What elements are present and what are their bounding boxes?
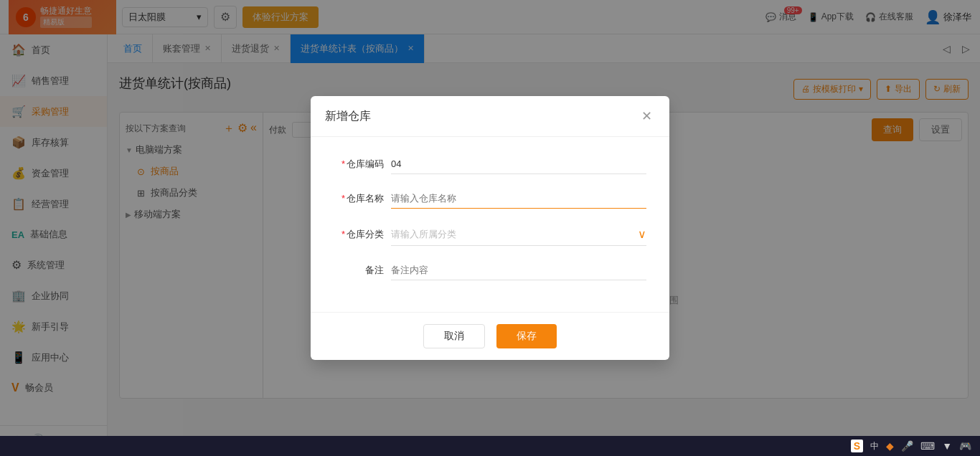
category-dropdown-icon: ∨ bbox=[638, 227, 646, 241]
modal-footer: 取消 保存 bbox=[311, 312, 669, 360]
statusbar-dot: ◆ bbox=[886, 440, 894, 452]
form-row-category: *仓库分类 请输入所属分类 ∨ bbox=[334, 223, 646, 246]
warehouse-code-input[interactable] bbox=[391, 154, 646, 174]
form-row-code: *仓库编码 bbox=[334, 154, 646, 174]
modal-title: 新增仓库 bbox=[325, 109, 371, 124]
status-bar: S 中 ◆ 🎤 ⌨ ▼ 🎮 bbox=[0, 436, 980, 456]
statusbar-game-icon[interactable]: 🎮 bbox=[959, 440, 971, 452]
modal-new-warehouse: 新增仓库 ✕ *仓库编码 *仓库名称 *仓库分类 bbox=[311, 96, 669, 360]
notes-input[interactable] bbox=[391, 260, 646, 280]
save-button[interactable]: 保存 bbox=[496, 324, 557, 348]
notes-label: 备注 bbox=[334, 264, 391, 277]
warehouse-category-select[interactable]: 请输入所属分类 ∨ bbox=[391, 223, 646, 246]
warehouse-name-input[interactable] bbox=[391, 189, 646, 209]
statusbar-keyboard-icon[interactable]: ⌨ bbox=[920, 440, 935, 452]
modal-header: 新增仓库 ✕ bbox=[311, 96, 669, 137]
form-row-name: *仓库名称 bbox=[334, 189, 646, 209]
warehouse-code-label: *仓库编码 bbox=[334, 158, 391, 171]
statusbar-settings-icon[interactable]: ▼ bbox=[942, 440, 952, 452]
form-row-notes: 备注 bbox=[334, 260, 646, 280]
warehouse-category-placeholder: 请输入所属分类 bbox=[391, 228, 456, 241]
modal-overlay[interactable]: 新增仓库 ✕ *仓库编码 *仓库名称 *仓库分类 bbox=[0, 0, 980, 456]
statusbar-logo: S bbox=[851, 440, 863, 452]
modal-close-button[interactable]: ✕ bbox=[638, 108, 655, 125]
warehouse-name-label: *仓库名称 bbox=[334, 192, 391, 205]
cancel-button[interactable]: 取消 bbox=[423, 324, 485, 348]
modal-body: *仓库编码 *仓库名称 *仓库分类 请输入所属分类 ∨ bbox=[311, 137, 669, 312]
statusbar-mic-icon[interactable]: 🎤 bbox=[901, 440, 913, 452]
warehouse-category-label: *仓库分类 bbox=[334, 228, 391, 241]
statusbar-zh[interactable]: 中 bbox=[870, 440, 879, 452]
